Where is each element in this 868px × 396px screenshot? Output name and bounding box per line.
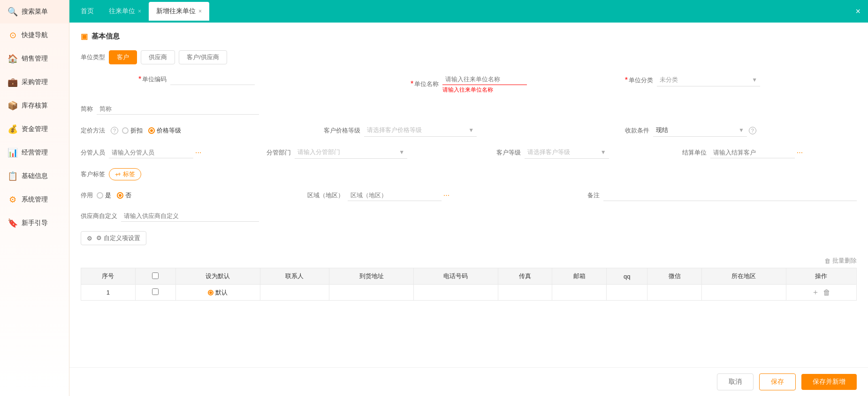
short-name-input[interactable] [97,103,259,115]
cell-qq [607,285,647,301]
cell-actions: ＋ 🗑 [786,285,856,301]
unit-code-required: * [138,75,141,84]
cell-fax [498,285,552,301]
settings-row: ⚙ ⚙ 自定义项设置 [81,231,857,245]
unit-code-label: 单位编码 [142,75,167,84]
sidebar-item-guide[interactable]: 🔖 新手引导 [0,211,69,235]
add-tag-button[interactable]: + + 标签 [109,168,141,180]
sidebar-item-purchase[interactable]: 💼 采购管理 [0,70,69,94]
batch-delete-button[interactable]: 🗑 批量删除 [824,256,857,265]
col-default: 设为默认 [175,268,260,285]
tabs-bar: 首页 往来单位 × 新增往来单位 × × [69,0,868,23]
remark-label: 备注 [587,191,600,200]
radio-no[interactable]: 否 [117,191,131,200]
payment-terms-help-icon[interactable]: ? [749,127,756,134]
price-level-chevron-icon: ▼ [468,127,474,133]
col-qq: qq [607,268,647,285]
unit-code-field: * 单位编码 000009 [81,74,312,85]
cancel-button[interactable]: 取消 [717,373,754,390]
sidebar-item-quick-nav[interactable]: ⊙ 快捷导航 [0,23,69,47]
radio-yes[interactable]: 是 [97,191,111,200]
sales-icon: 🏠 [8,54,18,64]
close-partner-tab[interactable]: × [138,8,141,15]
sidebar-item-basic[interactable]: 📋 基础信息 [0,164,69,188]
pricing-row: 定价方法 ? 折扣 价格等级 客户价格等级 请选择客户价格等级 [81,124,857,137]
pricing-help-icon[interactable]: ? [111,127,118,134]
sidebar-item-search[interactable]: 🔍 搜索菜单 [0,0,69,23]
manager-more-btn[interactable]: ··· [193,148,203,157]
region-input[interactable] [348,190,442,201]
select-all-checkbox[interactable] [152,272,159,279]
unit-type-buttons: 客户 供应商 客户/供应商 [109,50,227,64]
save-and-new-button[interactable]: 保存并新增 [801,374,857,390]
radio-price-level[interactable]: 价格等级 [148,126,181,135]
col-region: 所在地区 [702,268,786,285]
disabled-label: 停用 [81,191,93,200]
table-header-row: 序号 设为默认 联系人 到货地址 电话号码 传真 邮箱 qq 微信 所在地区 操… [81,268,857,285]
radio-no-circle [117,192,123,199]
save-button[interactable]: 保存 [759,373,796,390]
department-select[interactable]: 请输入分管部门 ▼ [295,146,407,159]
department-field: 分管部门 请输入分管部门 ▼ [266,146,485,159]
custom-settings-button[interactable]: ⚙ ⚙ 自定义项设置 [81,231,146,245]
row-checkbox[interactable] [152,288,159,295]
tab-new-partner[interactable]: 新增往来单位 × [149,2,209,21]
tab-partner[interactable]: 往来单位 × [101,2,149,21]
payment-terms-select[interactable]: 现结 ▼ [653,124,747,137]
cell-region [702,285,786,301]
type-btn-supplier[interactable]: 供应商 [141,50,175,64]
unit-category-field: * 单位分类 未分类 ▼ [625,74,857,86]
customer-price-level-select[interactable]: 请选择客户价格等级 ▼ [364,124,477,137]
add-row-button[interactable]: ＋ [812,287,819,297]
remark-input[interactable] [603,190,857,201]
tabs-bar-close-btn[interactable]: × [852,5,864,18]
close-new-partner-tab[interactable]: × [198,8,202,15]
sidebar-item-sales[interactable]: 🏠 销售管理 [0,47,69,70]
col-phone: 电话号码 [413,268,498,285]
customer-level-select[interactable]: 请选择客户等级 ▼ [525,146,609,159]
purchase-icon: 💼 [8,77,18,87]
radio-discount[interactable]: 折扣 [122,126,143,135]
col-email: 邮箱 [552,268,607,285]
sidebar-item-finance[interactable]: 💰 资金管理 [0,117,69,141]
col-actions: 操作 [786,268,856,285]
col-contact: 联系人 [260,268,329,285]
customer-price-level-label: 客户价格等级 [324,126,360,135]
unit-type-label: 单位类型 [81,53,105,62]
settlement-unit-more-btn[interactable]: ··· [795,148,805,157]
unit-code-input[interactable]: 000009 [170,74,255,85]
unit-type-row: 单位类型 客户 供应商 客户/供应商 [81,50,857,64]
unit-name-input[interactable] [442,74,527,85]
sidebar-item-system[interactable]: ⚙ 系统管理 [0,188,69,211]
supplier-custom-label: 供应商自定义 [81,212,117,220]
settlement-unit-input[interactable] [710,147,795,158]
radio-price-level-circle [148,127,155,134]
section-title: ▣ 基本信息 [81,32,857,41]
pricing-radio-group: 折扣 价格等级 [122,126,181,135]
type-btn-both[interactable]: 客户/供应商 [179,50,227,64]
delete-row-button[interactable]: 🗑 [823,288,830,297]
unit-category-select[interactable]: 未分类 ▼ [657,74,760,86]
disabled-field: 停用 是 否 [81,191,296,200]
supplier-custom-input[interactable] [121,210,259,222]
sidebar-item-inventory[interactable]: 📦 库存核算 [0,94,69,117]
manager-input[interactable] [109,147,193,158]
type-btn-customer[interactable]: 客户 [109,50,137,64]
cell-seq: 1 [81,285,136,301]
sidebar: 🔍 搜索菜单 ⊙ 快捷导航 🏠 销售管理 💼 采购管理 📦 库存核算 💰 资金管… [0,0,69,396]
radio-yes-circle [97,192,103,199]
col-seq: 序号 [81,268,136,285]
trash-icon: 🗑 [824,257,830,264]
contact-table-section: 🗑 批量删除 序号 设为默认 联系人 到货地址 电话号码 传真 邮箱 qq [81,256,857,301]
section-icon: ▣ [81,32,88,41]
cell-phone [413,285,498,301]
customer-tag-row: 客户标签 + + 标签 [81,168,857,180]
tab-home[interactable]: 首页 [73,2,101,21]
row-default-radio[interactable] [208,290,213,295]
cell-wechat [647,285,702,301]
sidebar-item-operations[interactable]: 📊 经营管理 [0,141,69,164]
region-more-btn[interactable]: ··· [442,191,451,200]
category-chevron-icon: ▼ [752,77,757,83]
unit-name-label: 单位名称 [414,80,439,88]
cell-checkbox [135,285,175,301]
